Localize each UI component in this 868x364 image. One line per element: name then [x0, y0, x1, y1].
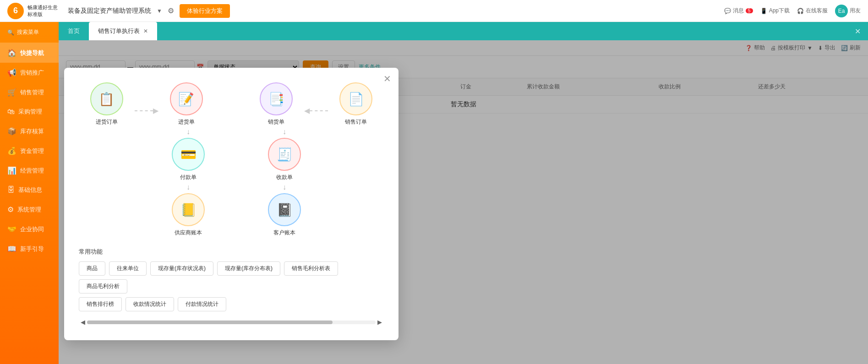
sales-bill-label: 销货单 [268, 118, 284, 126]
sidebar-item-sales[interactable]: 🛒 销售管理 [0, 82, 59, 102]
service-icon: 🎧 [797, 8, 804, 14]
sidebar-item-operation[interactable]: 📊 经营管理 [0, 161, 59, 180]
supplier-account-icon: 📒 [180, 202, 197, 217]
func-btn-counterparty[interactable]: 往来单位 [109, 261, 147, 276]
modal-scrollbar: ◀ ▶ [79, 319, 384, 326]
scroll-right-btn[interactable]: ▶ [376, 319, 384, 326]
newbie-icon: 📖 [7, 244, 16, 253]
common-functions-title: 常用功能 [79, 248, 384, 256]
scroll-left-btn[interactable]: ◀ [79, 319, 87, 326]
user-menu[interactable]: Ea 用友 [835, 5, 861, 17]
func-btn-payment-stats[interactable]: 付款情况统计 [178, 297, 226, 311]
receipt-icon: 🧾 [277, 147, 293, 162]
message-btn[interactable]: 💬 消息 5 [724, 7, 753, 15]
sales-bill-icon: 📑 [268, 92, 284, 107]
tab-close-icon[interactable]: ✕ [143, 28, 148, 34]
tab-home[interactable]: 首页 [59, 22, 89, 40]
sidebar-item-purchase[interactable]: 🛍 采购管理 [0, 102, 59, 121]
sales-bill-node: 📑 销货单 [248, 82, 304, 126]
sidebar-item-newbie[interactable]: 📖 新手引导 [0, 239, 59, 259]
modal-box: ✕ 📋 进货订单 [64, 68, 399, 340]
supplier-account-label: 供应商账本 [175, 229, 202, 237]
top-bar-left: 6 畅康通好生意 标准版 装备及固定资产辅助管理系统 ▼ ⚙ 体验行业方案 [7, 3, 230, 19]
content-area: 首页 销售订单执行表 ✕ ✕ ❓ 帮助 🖨 [59, 22, 868, 364]
purchase-bill-node: 📝 进货单 [158, 82, 214, 126]
tab-bar: 首页 销售订单执行表 ✕ ✕ [59, 22, 868, 40]
sales-bill-circle[interactable]: 📑 [260, 82, 293, 115]
modal-close-btn[interactable]: ✕ [383, 73, 391, 84]
purchase-bill-label: 进货单 [178, 118, 195, 126]
purchase-bill-icon: 📝 [178, 92, 194, 107]
sidebar: 🔍 搜索菜单 🏠 快捷导航 📢 营销推广 🛒 销售管理 🛍 采购管理 [0, 22, 59, 364]
purchase-order-label: 进货订单 [96, 118, 118, 126]
sidebar-item-system[interactable]: ⚙ 系统管理 [0, 200, 59, 219]
func-btn-sales-margin[interactable]: 销售毛利分析表 [284, 261, 338, 276]
payment-circle[interactable]: 💳 [172, 138, 205, 171]
basic-icon: 🗄 [7, 186, 15, 194]
sidebar-item-finance[interactable]: 💰 资金管理 [0, 141, 59, 161]
func-btn-stock-dist[interactable]: 现存量(库存分布表) [217, 261, 280, 276]
system-title: 装备及固定资产辅助管理系统 [68, 7, 151, 15]
payment-node: 💳 付款单 [158, 138, 218, 181]
function-buttons: 商品 往来单位 现存量(库存状况表) 现存量(库存分布表) 销售毛利分析表 商品… [79, 261, 384, 293]
message-icon: 💬 [724, 8, 731, 14]
sales-order-node: 📄 销售订单 [328, 82, 384, 126]
search-icon: 🔍 [7, 29, 14, 36]
payment-icon: 💳 [180, 147, 197, 162]
flow-diagram: 📋 进货订单 ▶ [79, 82, 384, 237]
sidebar-item-quick-nav[interactable]: 🏠 快捷导航 [0, 43, 59, 63]
func-btn-sales-rank[interactable]: 销售排行榜 [79, 297, 122, 311]
main-layout: 🔍 搜索菜单 🏠 快捷导航 📢 营销推广 🛒 销售管理 🛍 采购管理 [0, 22, 868, 364]
supplier-account-circle[interactable]: 📒 [172, 193, 205, 226]
sales-order-circle[interactable]: 📄 [339, 82, 372, 115]
operation-icon: 📊 [7, 166, 16, 175]
purchase-order-circle[interactable]: 📋 [90, 82, 123, 115]
purchase-order-icon: 📋 [98, 92, 115, 107]
system-dropdown-icon[interactable]: ▼ [157, 8, 162, 14]
sidebar-item-basic[interactable]: 🗄 基础信息 [0, 180, 59, 200]
sidebar-item-marketing[interactable]: 📢 营销推广 [0, 63, 59, 82]
sales-order-label: 销售订单 [345, 118, 367, 126]
logo-icon: 6 [7, 3, 24, 19]
receipt-label: 收款单 [276, 174, 293, 181]
func-btn-product[interactable]: 商品 [79, 261, 105, 276]
page-content: ❓ 帮助 🖨 按模板打印 ▼ ⬇ 导出 🔄 刷新 [59, 40, 868, 364]
top-bar-right: 💬 消息 5 📱 App下载 🎧 在线客服 Ea 用友 [724, 5, 861, 17]
finance-icon: 💰 [7, 147, 16, 155]
sidebar-item-inventory[interactable]: 📦 库存核算 [0, 121, 59, 141]
logo-area: 6 畅康通好生意 标准版 [7, 3, 62, 19]
online-service-btn[interactable]: 🎧 在线客服 [797, 7, 828, 15]
modal-overlay: ✕ 📋 进货订单 [59, 40, 868, 364]
purchase-bill-circle[interactable]: 📝 [170, 82, 203, 115]
settings-icon[interactable]: ⚙ [168, 6, 174, 15]
enterprise-icon: 🤝 [7, 225, 16, 234]
func-btn-receipt-stats[interactable]: 收款情况统计 [126, 297, 174, 311]
message-badge: 5 [746, 8, 753, 13]
scroll-thumb [87, 321, 333, 324]
purchase-order-node: 📋 进货订单 [79, 82, 135, 126]
func-btn-product-margin[interactable]: 商品毛利分析 [79, 279, 127, 293]
message-label: 消息 [733, 7, 744, 15]
payment-label: 付款单 [180, 174, 197, 181]
customer-account-label: 客户账本 [273, 229, 295, 237]
logo-text: 畅康通好生意 标准版 [27, 4, 58, 17]
home-icon: 🏠 [7, 49, 16, 57]
receipt-circle[interactable]: 🧾 [268, 138, 301, 171]
customer-account-circle[interactable]: 📓 [268, 193, 301, 226]
purchase-icon: 🛍 [7, 108, 15, 116]
customer-account-icon: 📓 [277, 202, 293, 217]
experience-btn[interactable]: 体验行业方案 [180, 4, 230, 18]
sidebar-item-enterprise[interactable]: 🤝 企业协同 [0, 219, 59, 239]
app-download-btn[interactable]: 📱 App下载 [760, 7, 790, 15]
customer-account-node: 📓 客户账本 [255, 193, 314, 237]
sidebar-search-btn[interactable]: 🔍 搜索菜单 [4, 27, 55, 38]
func-btn-stock-status[interactable]: 现存量(库存状况表) [150, 261, 213, 276]
app-container: 6 畅康通好生意 标准版 装备及固定资产辅助管理系统 ▼ ⚙ 体验行业方案 💬 … [0, 0, 868, 364]
sales-order-icon: 📄 [348, 92, 364, 107]
tab-bar-close-btn[interactable]: ✕ [855, 27, 868, 36]
tab-sales-order[interactable]: 销售订单执行表 ✕ [89, 22, 157, 40]
marketing-icon: 📢 [7, 68, 16, 77]
sales-icon: 🛒 [7, 88, 16, 97]
system-icon: ⚙ [7, 205, 14, 214]
mobile-icon: 📱 [760, 8, 767, 14]
